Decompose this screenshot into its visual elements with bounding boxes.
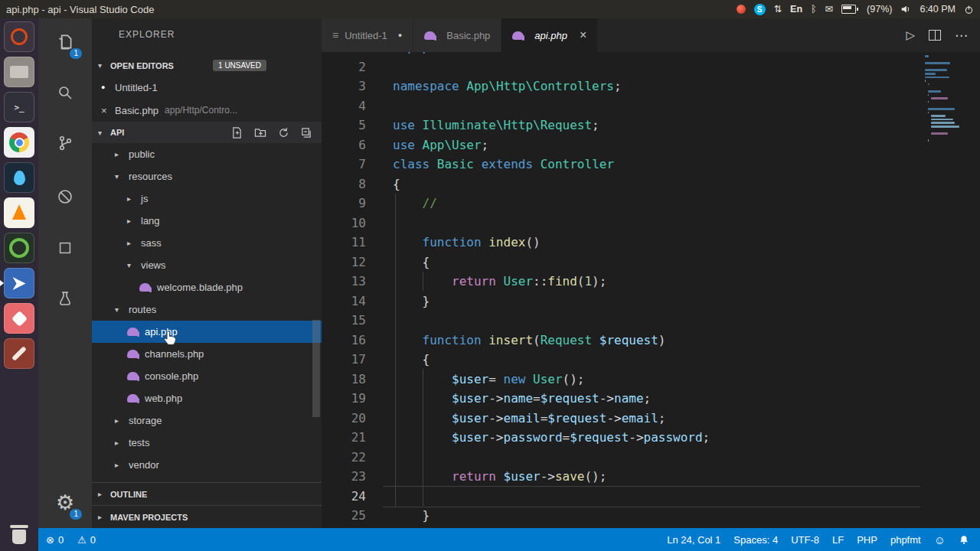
code-line[interactable]: 23 return $user->save(); <box>322 467 920 487</box>
maven-section-header[interactable]: ▸ MAVEN PROJECTS <box>92 505 322 528</box>
code-line[interactable]: 12 { <box>322 253 920 272</box>
code-editor[interactable]: 1<?php23namespace App\Http\Controllers;4… <box>322 52 980 528</box>
debug-disabled-icon[interactable] <box>38 178 92 216</box>
code-line[interactable]: 17 { <box>322 350 920 370</box>
drivers-tool-icon[interactable] <box>4 338 34 369</box>
encoding[interactable]: UTF-8 <box>791 534 819 546</box>
sidebar-scrollbar[interactable] <box>312 320 320 417</box>
tree-item-web.php[interactable]: web.php <box>92 387 322 409</box>
outline-section-header[interactable]: ▸ OUTLINE <box>92 482 322 505</box>
tree-item-routes[interactable]: ▾routes <box>92 298 322 321</box>
tab-basic-php[interactable]: Basic.php <box>413 18 501 52</box>
tree-item-welcome.blade.php[interactable]: welcome.blade.php <box>92 276 322 298</box>
explorer-icon[interactable]: 1 <box>38 23 92 61</box>
battery-icon[interactable] <box>841 5 858 14</box>
code-line[interactable]: 18 $user= new User(); <box>322 370 920 390</box>
source-control-icon[interactable] <box>38 124 92 162</box>
tree-item-resources[interactable]: ▾resources <box>92 165 322 187</box>
trash-icon[interactable] <box>10 525 28 546</box>
tree-item-console.php[interactable]: console.php <box>92 365 322 387</box>
bluetooth-icon[interactable]: ᛒ <box>811 5 817 15</box>
code-line[interactable]: 16 function insert(Request $request) <box>322 331 920 350</box>
feedback-smiley-icon[interactable]: ☺ <box>934 533 946 546</box>
code-line[interactable]: 19 $user->name=$request->name; <box>322 389 920 409</box>
tree-item-tests[interactable]: ▸tests <box>92 432 322 454</box>
open-editor-untitled[interactable]: ● Untitled-1 <box>92 76 322 99</box>
search-icon[interactable] <box>38 73 92 112</box>
code-line[interactable]: 24 <box>322 487 920 507</box>
line-number: 14 <box>322 292 366 311</box>
close-icon[interactable]: × <box>580 28 586 42</box>
skype-icon[interactable]: S <box>754 4 766 15</box>
close-icon[interactable]: × <box>101 105 115 116</box>
problems-status[interactable]: ⊗ 0 ⚠ 0 <box>38 534 96 546</box>
code-line[interactable]: 21 $user->password=$request->password; <box>322 428 920 448</box>
extensions-icon[interactable] <box>38 229 92 267</box>
media-app-icon[interactable] <box>4 233 34 263</box>
keyboard-layout-indicator[interactable]: En <box>790 5 802 15</box>
mail-icon[interactable]: ✉ <box>825 5 833 15</box>
indentation[interactable]: Spaces: 4 <box>733 534 778 546</box>
code-line[interactable]: 20 $user->email=$request->email; <box>322 409 920 429</box>
tree-item-vendor[interactable]: ▸vendor <box>92 454 322 476</box>
more-actions-icon[interactable]: ⋯ <box>955 28 968 44</box>
terminal-icon[interactable]: >_ <box>4 92 34 122</box>
tree-item-channels.php[interactable]: channels.php <box>92 343 322 365</box>
tab-api-php[interactable]: api.php × <box>501 18 598 52</box>
tree-item-public[interactable]: ▸public <box>92 143 322 165</box>
collapse-all-icon[interactable] <box>301 127 312 139</box>
settings-gear-icon[interactable]: ⚙ 1 <box>38 484 92 522</box>
split-editor-icon[interactable] <box>929 30 941 41</box>
tree-item-views[interactable]: ▾views <box>92 254 322 276</box>
workspace-root-header[interactable]: ▾ API <box>92 122 322 143</box>
tree-item-js[interactable]: ▸js <box>92 187 322 210</box>
code-text <box>366 214 393 233</box>
minimap[interactable] <box>920 55 980 528</box>
power-icon[interactable] <box>964 5 974 15</box>
explorer-actions <box>231 127 322 139</box>
code-line[interactable]: 22 <box>322 448 920 468</box>
notifications-bell-icon[interactable] <box>959 534 969 546</box>
workspace-switcher-icon[interactable] <box>4 57 34 87</box>
code-line[interactable]: 14 } <box>322 292 920 311</box>
new-file-icon[interactable] <box>231 127 243 139</box>
vscode-launcher-icon[interactable] <box>4 268 34 298</box>
code-line[interactable]: 7class Basic extends Controller <box>322 155 920 174</box>
cursor-position[interactable]: Ln 24, Col 1 <box>667 534 720 546</box>
pink-app-icon[interactable] <box>4 303 34 334</box>
code-line[interactable]: 4 <box>322 96 920 116</box>
open-editors-header[interactable]: ▾ OPEN EDITORS 1 UNSAVED <box>92 55 322 76</box>
tree-item-lang[interactable]: ▸lang <box>92 210 322 232</box>
code-line[interactable]: 2 <box>322 57 920 77</box>
volume-icon[interactable] <box>900 4 911 15</box>
code-line[interactable]: 9 // <box>322 194 920 214</box>
code-line[interactable]: 6use App\User; <box>322 135 920 155</box>
ubuntu-dash-icon[interactable] <box>4 21 34 52</box>
refresh-icon[interactable] <box>278 127 289 139</box>
run-button[interactable]: ▷ <box>906 28 915 42</box>
open-editor-basic[interactable]: × Basic.php app/Http/Contro... <box>92 99 322 122</box>
vlc-icon[interactable] <box>4 197 34 228</box>
code-line[interactable]: 13 return User::find(1); <box>322 272 920 292</box>
record-indicator-icon[interactable] <box>737 5 746 14</box>
tree-item-sass[interactable]: ▸sass <box>92 232 322 254</box>
eol-sequence[interactable]: LF <box>832 534 844 546</box>
language-mode[interactable]: PHP <box>857 534 877 546</box>
code-line[interactable]: 10 <box>322 214 920 233</box>
tab-untitled-1[interactable]: ≡ Untitled-1 ● <box>322 18 413 52</box>
code-line[interactable]: 25 } <box>322 506 920 526</box>
formatter[interactable]: phpfmt <box>890 534 921 546</box>
code-line[interactable]: 11 function index() <box>322 233 920 253</box>
code-line[interactable]: 8{ <box>322 174 920 194</box>
code-line[interactable]: 15 <box>322 311 920 331</box>
torrent-app-icon[interactable] <box>4 162 34 193</box>
code-line[interactable]: 5use Illuminate\Http\Request; <box>322 116 920 135</box>
new-folder-icon[interactable] <box>254 127 266 139</box>
network-arrows-icon[interactable]: ⇅ <box>774 5 782 15</box>
chrome-icon[interactable] <box>4 127 34 158</box>
clock[interactable]: 6:40 PM <box>920 5 956 15</box>
tree-item-storage[interactable]: ▸storage <box>92 409 322 432</box>
test-flask-icon[interactable] <box>38 280 92 318</box>
tree-item-api.php[interactable]: api.php <box>92 321 322 343</box>
code-line[interactable]: 3namespace App\Http\Controllers; <box>322 77 920 96</box>
